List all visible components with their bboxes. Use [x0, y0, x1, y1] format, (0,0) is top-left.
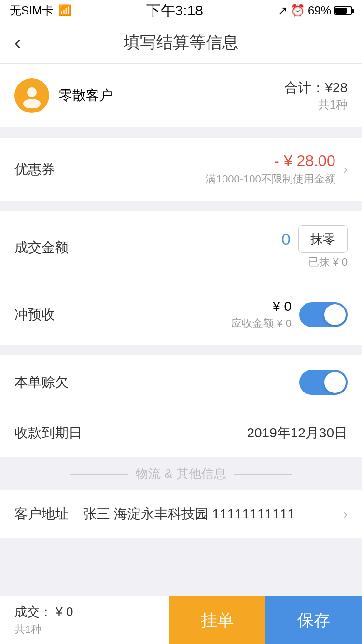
due-date-row: 收款到期日 2019年12月30日	[0, 409, 362, 457]
battery-icon	[334, 6, 352, 15]
deal-section: 成交金额 0 抹零 已抹 ¥ 0 冲预收 ¥ 0 应收金额 ¥ 0	[0, 210, 362, 345]
status-time: 下午3:18	[146, 1, 203, 21]
prepayment-values: ¥ 0 应收金额 ¥ 0	[231, 299, 292, 331]
deal-amount-values: 0 抹零 已抹 ¥ 0	[281, 225, 348, 269]
coupon-values: - ¥ 28.00 满1000-100不限制使用金额	[206, 152, 335, 186]
due-date-value: 2019年12月30日	[247, 424, 348, 442]
bottom-count: 共1种	[14, 622, 154, 637]
item-count: 共1种	[284, 97, 348, 112]
deal-amount-value[interactable]: 0	[281, 230, 291, 249]
customer-total: 合计：¥28 共1种	[284, 79, 348, 112]
save-button[interactable]: 保存	[265, 596, 362, 644]
credit-toggle[interactable]	[299, 370, 348, 395]
prepayment-toggle[interactable]	[299, 302, 348, 327]
prepayment-row: 冲预收 ¥ 0 应收金额 ¥ 0	[0, 284, 362, 345]
bottom-deal-row: 成交： ¥ 0	[14, 603, 154, 620]
address-row[interactable]: 客户地址 张三 海淀永丰科技园 11111111111 ›	[0, 490, 362, 538]
coupon-discount: - ¥ 28.00	[206, 152, 335, 170]
status-bar: 无SIM卡 📶 下午3:18 ↗ ⏰ 69%	[0, 0, 362, 21]
credit-row: 本单赊欠	[0, 355, 362, 409]
alarm-icon: ⏰	[291, 4, 305, 17]
logistics-divider: 物流 & 其他信息	[0, 457, 362, 490]
credit-right	[299, 370, 348, 395]
logistics-label: 物流 & 其他信息	[62, 465, 300, 482]
coupon-chevron-icon: ›	[343, 162, 348, 177]
bottom-info: 成交： ¥ 0 共1种	[0, 603, 169, 637]
credit-section: 本单赊欠 收款到期日 2019年12月30日	[0, 355, 362, 457]
back-button[interactable]: ‹	[14, 33, 21, 52]
round-zero-button[interactable]: 抹零	[298, 225, 348, 253]
bottom-bar: 成交： ¥ 0 共1种 挂单 保存	[0, 596, 362, 644]
address-chevron-icon: ›	[343, 506, 348, 522]
coupon-label: 优惠券	[14, 160, 55, 179]
wifi-icon: 📶	[58, 4, 71, 17]
nav-bar: ‹ 填写结算等信息	[0, 21, 362, 64]
credit-label: 本单赊欠	[14, 373, 69, 392]
main-content: 零散客户 合计：¥28 共1种 优惠券 - ¥ 28.00 满1000-100不…	[0, 64, 362, 644]
customer-section: 零散客户 合计：¥28 共1种	[0, 64, 362, 127]
prepayment-right: ¥ 0 应收金额 ¥ 0	[231, 299, 348, 331]
address-section[interactable]: 客户地址 张三 海淀永丰科技园 11111111111 ›	[0, 490, 362, 538]
svg-point-1	[23, 99, 41, 108]
customer-info: 零散客户	[14, 78, 113, 113]
credit-toggle-knob	[324, 372, 346, 393]
due-date-label: 收款到期日	[14, 424, 82, 442]
coupon-section: 优惠券 - ¥ 28.00 满1000-100不限制使用金额 ›	[0, 137, 362, 201]
location-icon: ↗	[278, 4, 288, 17]
bottom-deal-label: 成交：	[14, 604, 52, 619]
svg-point-0	[27, 87, 37, 97]
avatar	[14, 78, 49, 113]
customer-row: 零散客户 合计：¥28 共1种	[0, 64, 362, 127]
battery-percentage: 69%	[308, 4, 331, 17]
total-amount: 合计：¥28	[284, 79, 348, 97]
deal-amount-label: 成交金额	[14, 238, 69, 257]
customer-name: 零散客户	[59, 86, 113, 105]
page-title: 填写结算等信息	[124, 31, 238, 54]
carrier-text: 无SIM卡	[10, 3, 54, 18]
prepayment-label: 冲预收	[14, 306, 55, 324]
prepayment-value: ¥ 0	[231, 299, 292, 314]
deal-amount-right: 0 抹零 已抹 ¥ 0	[281, 225, 348, 269]
coupon-right: - ¥ 28.00 满1000-100不限制使用金额 ›	[206, 152, 348, 186]
address-label: 客户地址	[14, 505, 69, 523]
toggle-knob	[324, 304, 346, 325]
prepayment-hint: 应收金额 ¥ 0	[231, 316, 292, 331]
coupon-row[interactable]: 优惠券 - ¥ 28.00 满1000-100不限制使用金额 ›	[0, 137, 362, 201]
address-value: 张三 海淀永丰科技园 11111111111	[83, 505, 329, 523]
status-right: ↗ ⏰ 69%	[278, 4, 352, 17]
hang-order-button[interactable]: 挂单	[169, 596, 265, 644]
bottom-deal-value: ¥ 0	[56, 604, 73, 619]
status-left: 无SIM卡 📶	[10, 3, 71, 18]
coupon-hint: 满1000-100不限制使用金额	[206, 172, 335, 186]
deal-amount-row: 成交金额 0 抹零 已抹 ¥ 0	[0, 210, 362, 284]
already-rounded: 已抹 ¥ 0	[281, 255, 348, 269]
